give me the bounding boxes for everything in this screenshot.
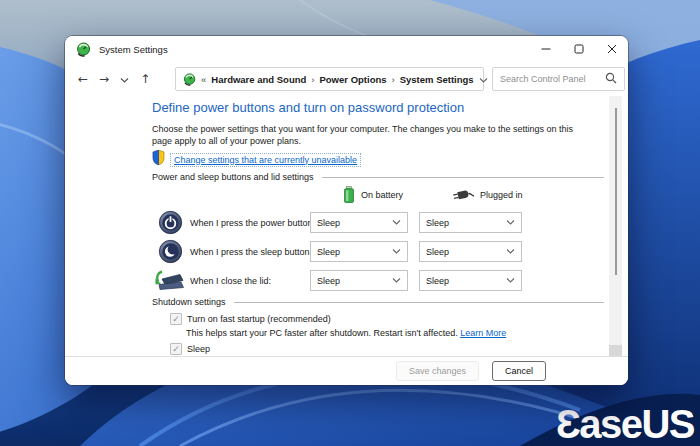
maximize-button[interactable] — [562, 36, 595, 62]
power-options-icon — [183, 73, 196, 86]
learn-more-link[interactable]: Learn More — [460, 328, 506, 338]
change-settings-unavailable-link[interactable]: Change settings that are currently unava… — [170, 153, 361, 167]
fast-startup-description: This helps start your PC faster after sh… — [186, 328, 506, 338]
dialog-footer: Save changes Cancel — [65, 356, 628, 385]
easeus-logo: ƐaseUS — [556, 403, 694, 445]
power-button-plugged-in-select[interactable]: Sleep — [419, 212, 522, 233]
sleep-option-label: Sleep — [187, 344, 210, 354]
back-button[interactable]: ← — [78, 73, 88, 85]
row-label: When I close the lid: — [190, 270, 271, 292]
breadcrumb-separator: › — [392, 74, 395, 85]
search-input[interactable] — [500, 74, 605, 84]
address-bar[interactable]: « Hardware and Sound › Power Options › S… — [175, 67, 484, 91]
breadcrumb-item-system-settings[interactable]: System Settings — [400, 74, 474, 85]
page-description: Choose the power settings that you want … — [152, 123, 580, 147]
breadcrumb-separator: › — [311, 74, 314, 85]
power-button-on-battery-select[interactable]: Sleep — [310, 212, 408, 233]
close-button[interactable] — [595, 36, 628, 62]
on-battery-column-header: On battery — [343, 186, 403, 203]
section-divider — [322, 177, 604, 178]
battery-icon — [343, 186, 355, 203]
plugged-in-column-header: Plugged in — [453, 188, 523, 201]
close-lid-on-battery-select[interactable]: Sleep — [310, 270, 408, 291]
scrollbar-thumb[interactable] — [615, 108, 617, 275]
row-label: When I press the sleep button: — [190, 241, 312, 263]
fast-startup-option: ✓ Turn on fast startup (recommended) — [170, 313, 331, 325]
cancel-button[interactable]: Cancel — [492, 361, 546, 381]
page-title: Define power buttons and turn on passwor… — [152, 100, 464, 115]
desktop: ƐaseUS System Settings — [0, 0, 700, 446]
address-dropdown-chevron[interactable] — [479, 70, 488, 88]
minimize-button[interactable] — [529, 36, 562, 62]
scrollbar-end-cap — [609, 345, 622, 356]
fast-startup-checkbox[interactable]: ✓ — [170, 313, 182, 325]
power-section-header: Power and sleep buttons and lid settings — [152, 172, 604, 182]
breadcrumb-item-power-options[interactable]: Power Options — [319, 74, 386, 85]
easeus-logo-initial: Ɛ — [556, 402, 580, 446]
up-button[interactable]: ↑ — [140, 73, 150, 85]
power-button-icon — [158, 210, 183, 239]
lid-close-icon — [153, 270, 185, 296]
search-icon[interactable] — [605, 70, 617, 88]
sleep-button-icon — [158, 239, 183, 268]
easeus-logo-text: aseUS — [579, 402, 694, 446]
forward-button[interactable]: → — [99, 73, 109, 85]
sleep-button-on-battery-select[interactable]: Sleep — [310, 241, 408, 262]
window-title: System Settings — [99, 44, 168, 55]
fast-startup-label: Turn on fast startup (recommended) — [187, 314, 331, 324]
search-box — [492, 67, 625, 91]
breadcrumb-overflow[interactable]: « — [201, 74, 206, 85]
uac-shield-icon — [152, 150, 165, 169]
sleep-option: ✓ Sleep — [170, 343, 210, 355]
plug-icon — [453, 188, 474, 201]
sleep-button-plugged-in-select[interactable]: Sleep — [419, 241, 522, 262]
settings-page: Define power buttons and turn on passwor… — [65, 96, 628, 356]
window-controls — [529, 36, 628, 62]
close-lid-row: When I close the lid: Sleep Sleep — [65, 270, 628, 292]
breadcrumb-item-hardware-and-sound[interactable]: Hardware and Sound — [211, 74, 306, 85]
section-divider — [234, 302, 604, 303]
shutdown-section-header: Shutdown settings — [152, 297, 604, 307]
system-settings-window: System Settings ← → ↑ — [65, 36, 628, 385]
save-changes-button[interactable]: Save changes — [396, 361, 479, 381]
power-button-row: When I press the power button: Sleep Sle… — [65, 212, 628, 234]
row-label: When I press the power button: — [190, 212, 315, 234]
title-bar: System Settings — [65, 36, 628, 62]
close-lid-plugged-in-select[interactable]: Sleep — [419, 270, 522, 291]
sleep-checkbox[interactable]: ✓ — [170, 343, 182, 355]
recent-pages-chevron[interactable] — [120, 70, 129, 88]
vertical-scrollbar[interactable] — [609, 96, 622, 356]
power-options-icon — [76, 42, 91, 57]
sleep-button-row: When I press the sleep button: Sleep Sle… — [65, 241, 628, 263]
navigation-bar: ← → ↑ « Hardware and Sound — [65, 62, 628, 96]
